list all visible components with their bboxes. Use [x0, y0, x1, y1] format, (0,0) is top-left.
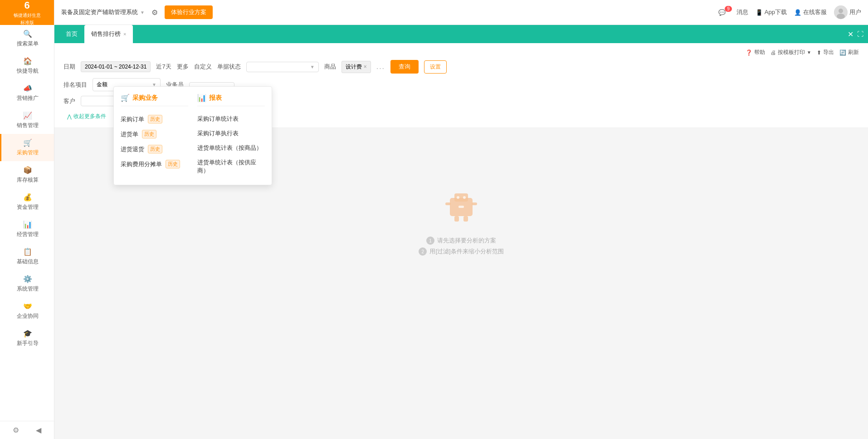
tab-sales-ranking[interactable]: 销售排行榜 × [84, 25, 133, 43]
tab-close-btn[interactable]: × [123, 31, 126, 37]
dropdown-item-return[interactable]: 进货退货 历史 [121, 142, 188, 157]
svg-point-5 [457, 196, 459, 199]
operation-icon: 📊 [23, 220, 32, 229]
empty-step-1: 1 请先选择要分析的方案 [426, 237, 496, 245]
empty-illustration [439, 182, 484, 227]
status-select[interactable]: ▼ [246, 62, 319, 72]
sidebar-item-operation[interactable]: 📊 经营管理 [0, 216, 54, 243]
purchase-order-label: 采购订单 [121, 115, 144, 123]
product-tag-close[interactable]: × [364, 64, 367, 70]
status-label: 单据状态 [217, 63, 241, 71]
purchase-icon: 🛒 [23, 138, 32, 147]
expense-label: 采购费用分摊单 [121, 160, 162, 168]
return-label: 进货退货 [121, 145, 144, 153]
svg-rect-8 [445, 202, 451, 205]
tabbar: 首页 销售排行榜 × ✕ ⛶ [54, 25, 868, 43]
dropdown-item-incoming-by-supplier[interactable]: 进货单统计表（按供应商） [197, 155, 265, 178]
settings-button[interactable]: 设置 [424, 60, 447, 74]
sidebar-item-finance[interactable]: 💰 资金管理 [0, 188, 54, 216]
sidebar-item-inventory[interactable]: 📦 库存核算 [0, 161, 54, 188]
sidebar-item-quick-nav[interactable]: 🏠 快捷导航 [0, 52, 54, 79]
dropdown-item-order-stats[interactable]: 采购订单统计表 [197, 112, 265, 126]
enterprise-icon: 🤝 [23, 302, 32, 311]
sidebar-item-enterprise[interactable]: 🤝 企业协同 [0, 297, 54, 325]
incoming-by-product-label: 进货单统计表（按商品） [197, 144, 262, 152]
sidebar-item-guide[interactable]: 🎓 新手引导 [0, 325, 54, 352]
print-dropdown-arrow: ▼ [807, 50, 811, 55]
dropdown-item-purchase-order[interactable]: 采购订单 历史 [121, 112, 188, 127]
logo-icon: 6 [24, 0, 29, 11]
purchase-order-hist-badge: 历史 [148, 115, 162, 123]
sidebar-item-guide-label: 新手引导 [17, 340, 39, 347]
sidebar-item-marketing-label: 营销推广 [17, 94, 39, 102]
marketing-icon: 📣 [23, 84, 32, 93]
report-col-icon: 📊 [197, 94, 206, 102]
topbar-user[interactable]: 用户 [834, 5, 861, 19]
sidebar-collapse-btn[interactable]: ◀ [36, 426, 41, 434]
tabbar-close-btn[interactable]: ✕ [848, 30, 853, 39]
topbar-app-download[interactable]: 📱 App下载 [756, 8, 787, 16]
sidebar-settings-btn[interactable]: ⚙ [13, 426, 19, 434]
tab-home[interactable]: 首页 [59, 25, 84, 43]
topbar-title-dropdown[interactable]: 装备及固定资产辅助管理系统 ▼ [61, 8, 145, 16]
help-icon: ❓ [746, 49, 752, 56]
tab-home-label: 首页 [66, 30, 78, 38]
export-btn[interactable]: ⬆ 导出 [817, 49, 834, 56]
svg-rect-4 [454, 193, 468, 202]
topbar-title: 装备及固定资产辅助管理系统 [61, 8, 138, 16]
collapse-btn[interactable]: ⋀ 收起更多条件 [63, 111, 110, 122]
topbar-cta-button[interactable]: 体验行业方案 [165, 5, 213, 19]
finance-icon: 💰 [23, 193, 32, 202]
sidebar-item-search[interactable]: 🔍 搜索菜单 [0, 25, 54, 52]
sidebar-item-enterprise-label: 企业协同 [17, 312, 39, 320]
sidebar-item-search-label: 搜索菜单 [17, 40, 39, 48]
basic-info-icon: 📋 [23, 247, 32, 256]
incoming-by-supplier-label: 进货单统计表（按供应商） [197, 158, 265, 175]
incoming-hist-badge: 历史 [142, 130, 156, 138]
date-preset-7days[interactable]: 近7天 [156, 63, 171, 71]
topbar-settings-icon[interactable]: ⚙ [151, 8, 158, 17]
refresh-btn[interactable]: 🔄 刷新 [839, 49, 859, 56]
guide-icon: 🎓 [23, 329, 32, 338]
date-range-value: 2024-01-01 ~ 2024-12-31 [85, 64, 146, 70]
toolbar-right: ❓ 帮助 🖨 按模板打印 ▼ ⬆ 导出 🔄 刷新 [63, 49, 859, 56]
main: 装备及固定资产辅助管理系统 ▼ ⚙ 体验行业方案 💬 9 消息 📱 App下载 … [54, 0, 868, 439]
dropdown-item-incoming[interactable]: 进货单 历史 [121, 127, 188, 142]
app-label: App下载 [765, 8, 787, 16]
topbar-dropdown-arrow: ▼ [140, 10, 145, 15]
topbar-service[interactable]: 👤 在线客服 [794, 8, 827, 16]
service-label: 在线客服 [803, 8, 827, 16]
help-btn[interactable]: ❓ 帮助 [746, 49, 765, 56]
sidebar-item-sales[interactable]: 📈 销售管理 [0, 107, 54, 134]
dropdown-item-expense[interactable]: 采购费用分摊单 历史 [121, 157, 188, 172]
sidebar-item-inventory-label: 库存核算 [17, 176, 39, 184]
query-button[interactable]: 查询 [390, 60, 419, 74]
svg-point-2 [837, 14, 845, 19]
date-preset-more[interactable]: 更多 [177, 63, 189, 71]
sidebar-item-purchase[interactable]: 🛒 采购管理 [0, 134, 54, 161]
sidebar-item-basic-info[interactable]: 📋 基础信息 [0, 243, 54, 270]
tab-sales-ranking-label: 销售排行榜 [91, 30, 121, 38]
date-preset-custom[interactable]: 自定义 [194, 63, 212, 71]
home-icon: 🏠 [23, 57, 32, 65]
date-range-tag[interactable]: 2024-01-01 ~ 2024-12-31 [81, 61, 151, 72]
print-label: 按模板打印 [778, 49, 805, 56]
rank-value: 金额 [97, 81, 107, 89]
step-2-num: 2 [419, 247, 427, 256]
app-icon: 📱 [756, 9, 763, 16]
service-icon: 👤 [794, 9, 801, 16]
dropdown-item-incoming-by-product[interactable]: 进货单统计表（按商品） [197, 141, 265, 155]
export-label: 导出 [823, 49, 834, 56]
sidebar-item-marketing[interactable]: 📣 营销推广 [0, 79, 54, 107]
report-col: 📊 报表 采购订单统计表 采购订单执行表 进货单统计表（按商品） 进货单统计表（… [197, 94, 265, 178]
logo: 6 畅捷通好生意 标准版 [0, 0, 54, 25]
message-label: 消息 [736, 8, 748, 16]
product-tag[interactable]: 设计费 × [341, 61, 371, 73]
print-btn[interactable]: 🖨 按模板打印 ▼ [770, 49, 811, 56]
sidebar-item-system-label: 系统管理 [17, 285, 39, 293]
sidebar-item-system[interactable]: ⚙️ 系统管理 [0, 270, 54, 297]
tabbar-expand-btn[interactable]: ⛶ [857, 30, 863, 38]
topbar-message[interactable]: 💬 9 消息 [718, 8, 748, 16]
product-more-btn[interactable]: ... [376, 63, 385, 71]
dropdown-item-order-exec[interactable]: 采购订单执行表 [197, 126, 265, 141]
